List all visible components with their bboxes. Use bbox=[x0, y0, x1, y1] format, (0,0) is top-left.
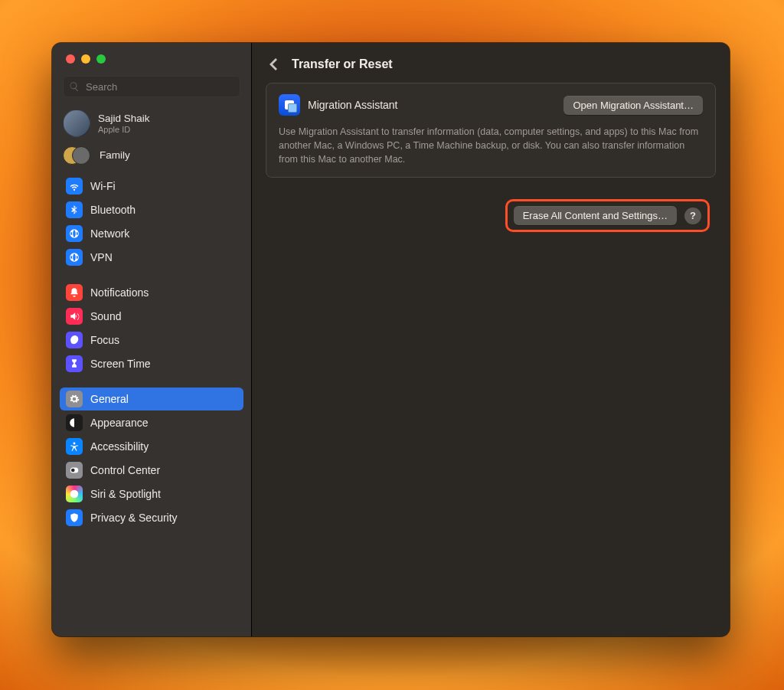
open-migration-assistant-button[interactable]: Open Migration Assistant… bbox=[564, 96, 703, 115]
bluetooth-icon bbox=[66, 201, 83, 218]
focus-icon bbox=[66, 332, 83, 348]
sidebar-item-focus[interactable]: Focus bbox=[60, 329, 243, 352]
siri-icon bbox=[66, 486, 83, 502]
family-avatar-stack bbox=[63, 146, 92, 165]
svg-point-0 bbox=[74, 442, 76, 444]
sidebar-item-screen-time[interactable]: Screen Time bbox=[60, 352, 243, 375]
pane-header: Transfer or Reset bbox=[252, 43, 730, 83]
sidebar-groups: Wi-FiBluetoothNetworkVPNNotificationsSou… bbox=[52, 169, 251, 636]
zoom-window-button[interactable] bbox=[96, 54, 106, 64]
general-icon bbox=[66, 391, 83, 407]
sidebar-item-accessibility[interactable]: Accessibility bbox=[60, 435, 243, 458]
help-button[interactable]: ? bbox=[684, 208, 701, 224]
sidebar-item-appearance[interactable]: Appearance bbox=[60, 411, 243, 434]
minimize-window-button[interactable] bbox=[81, 54, 90, 64]
family-row[interactable]: Family bbox=[52, 142, 251, 169]
sidebar-item-label: Notifications bbox=[90, 286, 149, 299]
sidebar-item-label: General bbox=[90, 393, 129, 405]
sidebar-item-label: Wi-Fi bbox=[90, 180, 116, 192]
window-controls bbox=[52, 43, 251, 64]
sidebar-item-bluetooth[interactable]: Bluetooth bbox=[60, 198, 243, 221]
appearance-icon bbox=[66, 414, 83, 431]
sidebar-item-general[interactable]: General bbox=[60, 388, 243, 410]
chevron-left-icon bbox=[270, 58, 277, 70]
sidebar-item-vpn[interactable]: VPN bbox=[60, 246, 243, 269]
search-input[interactable] bbox=[84, 80, 234, 93]
control-center-icon bbox=[66, 462, 83, 479]
page-title: Transfer or Reset bbox=[292, 57, 393, 71]
account-sub: Apple ID bbox=[98, 125, 150, 134]
privacy-icon bbox=[66, 509, 83, 526]
erase-all-content-button[interactable]: Erase All Content and Settings… bbox=[514, 206, 677, 225]
search-field[interactable] bbox=[63, 76, 240, 97]
sidebar-item-label: Control Center bbox=[90, 464, 160, 476]
migration-assistant-icon bbox=[279, 94, 300, 116]
apple-id-row[interactable]: Sajid Shaik Apple ID bbox=[52, 105, 251, 142]
family-label: Family bbox=[100, 149, 130, 162]
sidebar-item-label: Focus bbox=[90, 334, 119, 346]
wifi-icon bbox=[66, 178, 83, 195]
notifications-icon bbox=[66, 284, 83, 301]
sidebar-item-sound[interactable]: Sound bbox=[60, 305, 243, 328]
sidebar-item-wi-fi[interactable]: Wi-Fi bbox=[60, 175, 243, 198]
avatar bbox=[63, 110, 90, 137]
close-window-button[interactable] bbox=[66, 54, 75, 64]
sidebar-item-label: Accessibility bbox=[90, 440, 149, 453]
back-button[interactable] bbox=[266, 57, 281, 72]
sidebar-item-label: Sound bbox=[90, 310, 121, 322]
network-icon bbox=[66, 225, 83, 242]
vpn-icon bbox=[66, 249, 83, 266]
account-name: Sajid Shaik bbox=[98, 113, 150, 125]
sidebar-item-label: Siri & Spotlight bbox=[90, 488, 161, 500]
migration-assistant-title: Migration Assistant bbox=[308, 99, 398, 111]
sidebar-item-control-center[interactable]: Control Center bbox=[60, 459, 243, 482]
search-icon bbox=[69, 81, 80, 92]
main-pane: Transfer or Reset Migration Assistant Op… bbox=[252, 43, 730, 636]
migration-assistant-card: Migration Assistant Open Migration Assis… bbox=[266, 83, 716, 178]
svg-point-2 bbox=[71, 469, 75, 473]
sidebar: Sajid Shaik Apple ID Family Wi-FiBluetoo… bbox=[52, 43, 252, 636]
erase-row: Erase All Content and Settings… ? bbox=[266, 195, 716, 237]
sidebar-item-label: Appearance bbox=[90, 417, 149, 429]
sidebar-item-label: Screen Time bbox=[90, 358, 151, 370]
sidebar-item-label: Network bbox=[90, 227, 129, 240]
migration-assistant-description: Use Migration Assistant to transfer info… bbox=[279, 125, 703, 166]
sidebar-item-notifications[interactable]: Notifications bbox=[60, 281, 243, 304]
sidebar-item-label: Bluetooth bbox=[90, 204, 136, 216]
settings-window: Sajid Shaik Apple ID Family Wi-FiBluetoo… bbox=[52, 43, 730, 636]
sidebar-item-label: Privacy & Security bbox=[90, 512, 178, 524]
highlight-annotation: Erase All Content and Settings… ? bbox=[505, 199, 710, 232]
sidebar-item-label: VPN bbox=[90, 251, 113, 263]
sidebar-item-privacy-security[interactable]: Privacy & Security bbox=[60, 506, 243, 529]
sidebar-item-network[interactable]: Network bbox=[60, 222, 243, 245]
accessibility-icon bbox=[66, 438, 83, 455]
sound-icon bbox=[66, 308, 83, 325]
sidebar-item-siri-spotlight[interactable]: Siri & Spotlight bbox=[60, 482, 243, 505]
svg-point-3 bbox=[70, 490, 79, 499]
screen-time-icon bbox=[66, 355, 83, 372]
